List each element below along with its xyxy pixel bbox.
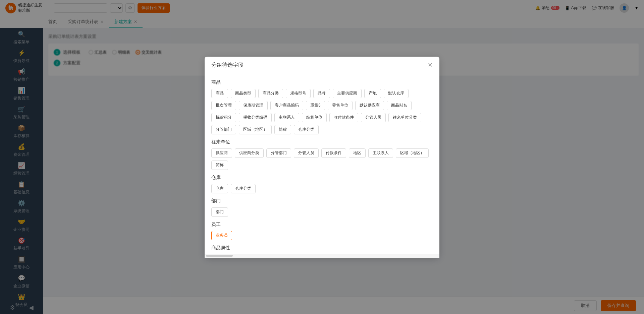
field-tag[interactable]: 主联系人 (368, 148, 393, 158)
field-tag[interactable]: 税收分类编码 (239, 113, 272, 122)
field-tag[interactable]: 规格型号 (286, 89, 311, 98)
field-tag[interactable]: 零售单位 (328, 101, 353, 110)
field-grid-partner: 供应商 供应商分类 分管部门 分管人员 付款条件 地区 主联系人 区域（地区） … (211, 148, 433, 170)
field-grid-dept: 部门 (211, 207, 433, 217)
field-tag[interactable]: 商品 (211, 89, 228, 98)
field-tag[interactable]: 区域（地区） (239, 125, 272, 134)
dialog-header: 分组待选字段 ✕ (205, 57, 439, 74)
field-tag[interactable]: 简称 (274, 125, 291, 134)
section-title-warehouse: 仓库 (211, 175, 433, 181)
field-tag[interactable]: 主联系人 (274, 113, 299, 122)
field-grid-warehouse: 仓库 仓库分类 (211, 184, 433, 193)
field-tag[interactable]: 往来单位分类 (388, 113, 421, 122)
section-title-dept: 部门 (211, 198, 433, 204)
field-tag[interactable]: 商品类型 (231, 89, 256, 98)
field-tag[interactable]: 仓库分类 (294, 125, 319, 134)
field-tag[interactable]: 产地 (364, 89, 381, 98)
field-tag[interactable]: 客户商品编码 (270, 101, 303, 110)
field-tag[interactable]: 保质期管理 (239, 101, 268, 110)
dialog-hscroll-thumb (206, 255, 233, 257)
field-tag[interactable]: 区域（地区） (396, 148, 429, 158)
dialog-overlay: 分组待选字段 ✕ 商品 商品 商品类型 商品分类 规格型号 品牌 主要供应商 产… (0, 0, 644, 314)
section-title-partner: 往来单位 (211, 139, 433, 145)
field-tag[interactable]: 拣货积分 (211, 113, 236, 122)
field-tag[interactable]: 仓库 (211, 184, 228, 193)
field-tag[interactable]: 分管部门 (266, 148, 291, 158)
field-tag-staff-selected[interactable]: 业务员 (211, 231, 232, 240)
field-tag[interactable]: 供应商分类 (235, 148, 264, 158)
field-tag[interactable]: 部门 (211, 207, 228, 217)
field-tag[interactable]: 批次管理 (211, 101, 236, 110)
dialog-horizontal-scrollbar[interactable] (205, 254, 439, 258)
dialog: 分组待选字段 ✕ 商品 商品 商品类型 商品分类 规格型号 品牌 主要供应商 产… (205, 57, 439, 258)
field-tag[interactable]: 默认供应商 (355, 101, 384, 110)
field-tag[interactable]: 收付款条件 (329, 113, 358, 122)
section-title-product-attr: 商品属性 (211, 245, 433, 251)
field-tag[interactable]: 分管人员 (361, 113, 386, 122)
field-tag[interactable]: 付款条件 (321, 148, 346, 158)
field-tag[interactable]: 供应商 (211, 148, 232, 158)
dialog-body[interactable]: 商品 商品 商品类型 商品分类 规格型号 品牌 主要供应商 产地 默认仓库 批次… (205, 74, 439, 254)
section-title-product: 商品 (211, 79, 433, 85)
dialog-close-button[interactable]: ✕ (428, 61, 433, 69)
dialog-title: 分组待选字段 (211, 62, 244, 69)
field-tag[interactable]: 重量3 (306, 101, 325, 110)
field-grid-staff: 业务员 (211, 231, 433, 240)
field-tag[interactable]: 仓库分类 (231, 184, 256, 193)
field-tag[interactable]: 主要供应商 (333, 89, 362, 98)
section-title-staff: 员工 (211, 222, 433, 228)
field-tag[interactable]: 默认仓库 (384, 89, 409, 98)
field-tag[interactable]: 商品别名 (387, 101, 412, 110)
field-tag[interactable]: 品牌 (313, 89, 330, 98)
field-tag[interactable]: 结算单位 (302, 113, 327, 122)
field-tag[interactable]: 地区 (349, 148, 366, 158)
field-tag[interactable]: 分管部门 (211, 125, 236, 134)
field-tag[interactable]: 商品分类 (258, 89, 283, 98)
field-grid-product: 商品 商品类型 商品分类 规格型号 品牌 主要供应商 产地 默认仓库 批次管理 … (211, 89, 433, 134)
field-tag[interactable]: 简称 (211, 161, 228, 170)
field-tag[interactable]: 分管人员 (294, 148, 319, 158)
